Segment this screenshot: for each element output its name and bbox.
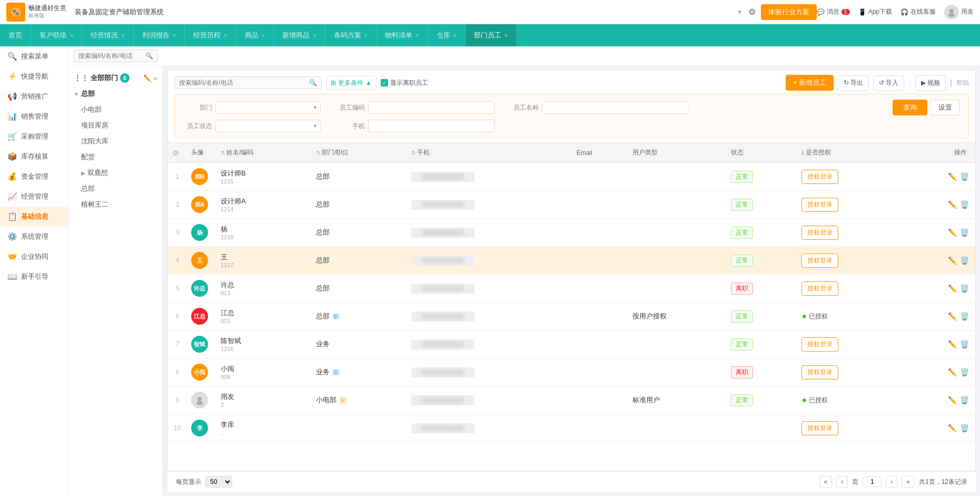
set-button[interactable]: 设置	[930, 100, 960, 115]
tab-history[interactable]: 经营历程 ×	[185, 24, 236, 46]
export-button[interactable]: ↻ 导出	[838, 75, 869, 91]
add-employee-button[interactable]: + 新增员工	[786, 75, 834, 91]
help-text[interactable]: 帮助	[956, 79, 969, 87]
emp-name-input[interactable]	[542, 101, 689, 114]
sidebar-item-quicknav[interactable]: ⚡ 快捷导航	[0, 66, 68, 86]
tab-home[interactable]: 首页	[0, 24, 31, 46]
dept-item-zongbu[interactable]: 总部	[68, 181, 163, 197]
per-page-select[interactable]: 50 20 100	[205, 476, 232, 488]
tab-new-goods[interactable]: 新增商品 ×	[274, 24, 325, 46]
video-button[interactable]: ▶ 视频	[915, 75, 946, 91]
sort-icon-phone[interactable]: ⇅	[411, 150, 415, 155]
dept-search-input[interactable]	[78, 52, 145, 60]
dept-item-shenyang[interactable]: 沈阳大库	[68, 133, 163, 149]
emp-status-select[interactable]	[215, 120, 321, 132]
close-tab-operation[interactable]: ×	[121, 32, 124, 38]
tab-department[interactable]: 部门员工 ×	[466, 24, 517, 46]
experience-button[interactable]: 体验行业方案	[761, 4, 817, 20]
edit-icon[interactable]: ✏️	[948, 340, 957, 348]
phone-input[interactable]	[368, 120, 494, 132]
sort-icon-dept[interactable]: ⇅	[316, 150, 320, 155]
edit-icon[interactable]: ✏️	[948, 172, 957, 181]
edit-icon[interactable]: ✏️	[948, 312, 957, 320]
close-tab-customer[interactable]: ×	[70, 32, 73, 38]
dept-item-xiaodibu[interactable]: 小电部	[68, 102, 163, 118]
sidebar-item-purchase[interactable]: 🛒 采购管理	[0, 127, 68, 147]
help-icon[interactable]: |	[950, 79, 952, 87]
close-tab-goods[interactable]: ×	[262, 32, 265, 38]
more-conditions-btn[interactable]: ⊞ 更多条件 ▲	[326, 76, 377, 90]
authorize-btn[interactable]: 授权登录	[801, 198, 838, 212]
delete-icon[interactable]: 🗑️	[960, 424, 969, 432]
prev-page-btn[interactable]: ‹	[836, 476, 848, 488]
close-tab-profit[interactable]: ×	[173, 32, 176, 38]
delete-icon[interactable]: 🗑️	[960, 284, 969, 293]
delete-icon[interactable]: 🗑️	[960, 368, 969, 376]
tab-customer[interactable]: 客户联络 ×	[31, 24, 82, 46]
tab-warehouse[interactable]: 仓库 ×	[428, 24, 466, 46]
edit-icon[interactable]: ✏️	[948, 200, 957, 209]
sidebar-item-guide[interactable]: 📖 新手引导	[0, 267, 68, 287]
delete-icon[interactable]: 🗑️	[960, 228, 969, 237]
show-resigned-toggle[interactable]: ✓ 显示离职员工	[381, 79, 428, 87]
collapse-dept-icon[interactable]: «	[154, 74, 157, 82]
tab-barcode[interactable]: 条码方案 ×	[325, 24, 377, 46]
edit-icon[interactable]: ✏️	[948, 368, 957, 376]
sidebar-item-system[interactable]: ⚙️ 系统管理	[0, 227, 68, 247]
app-download-button[interactable]: 📱 App下载	[858, 7, 892, 16]
dept-item-delivery[interactable]: 配货	[68, 149, 163, 165]
delete-icon[interactable]: 🗑️	[960, 200, 969, 209]
sidebar-item-basicinfo[interactable]: 📋 基础信息	[0, 207, 68, 227]
authorize-btn[interactable]: 授权登录	[801, 421, 838, 435]
dept-item-project[interactable]: 项目库房	[68, 118, 163, 133]
edit-icon[interactable]: ✏️	[948, 256, 957, 265]
authorize-btn[interactable]: 授权登录	[801, 254, 838, 268]
authorize-btn[interactable]: 授权登录	[801, 281, 838, 296]
employee-search-input[interactable]	[179, 79, 309, 86]
delete-icon[interactable]: 🗑️	[960, 172, 969, 181]
sidebar-item-sales[interactable]: 📊 销售管理	[0, 106, 68, 127]
close-tab-history[interactable]: ×	[224, 32, 227, 38]
last-page-btn[interactable]: »	[902, 476, 915, 488]
close-tab-new-goods[interactable]: ×	[313, 32, 316, 38]
page-number-input[interactable]	[863, 476, 882, 487]
tab-goods[interactable]: 商品 ×	[236, 24, 274, 46]
delete-icon[interactable]: 🗑️	[960, 256, 969, 265]
import-button[interactable]: ↺ 导入	[873, 75, 904, 91]
close-tab-barcode[interactable]: ×	[364, 32, 368, 38]
close-tab-bom[interactable]: ×	[415, 32, 419, 38]
sort-icon-name[interactable]: ⇅	[221, 150, 225, 155]
edit-icon[interactable]: ✏️	[948, 424, 957, 432]
sidebar-item-marketing[interactable]: 📢 营销推广	[0, 86, 68, 106]
settings-icon[interactable]: ⚙	[748, 7, 756, 17]
emp-code-input[interactable]	[368, 101, 494, 114]
sidebar-item-business[interactable]: 📈 经营管理	[0, 187, 68, 207]
sidebar-item-inventory[interactable]: 📦 库存核算	[0, 147, 68, 167]
user-area[interactable]: 用友	[944, 5, 974, 20]
close-tab-warehouse[interactable]: ×	[453, 32, 457, 38]
tab-profit[interactable]: 利润报告 ×	[134, 24, 185, 46]
edit-icon[interactable]: ✏️	[948, 396, 957, 404]
edit-dept-icon[interactable]: ✏️	[143, 74, 152, 82]
delete-icon[interactable]: 🗑️	[960, 340, 969, 348]
tab-bom[interactable]: 物料清单 ×	[377, 24, 428, 46]
online-service-button[interactable]: 🎧 在线客服	[900, 7, 936, 16]
delete-icon[interactable]: 🗑️	[960, 312, 969, 320]
delete-icon[interactable]: 🗑️	[960, 396, 969, 404]
first-page-btn[interactable]: «	[819, 476, 833, 488]
authorize-btn[interactable]: 授权登录	[801, 337, 838, 352]
edit-icon[interactable]: ✏️	[948, 228, 957, 237]
dept-select[interactable]	[215, 101, 321, 114]
sidebar-item-collab[interactable]: 🤝 企业协同	[0, 247, 68, 267]
message-button[interactable]: 💬 消息 5	[817, 7, 850, 16]
sidebar-item-search[interactable]: 🔍 搜索菜单	[0, 46, 68, 66]
dept-item-root[interactable]: ▼ 总部	[68, 86, 163, 102]
authorize-btn[interactable]: 授权登录	[801, 170, 838, 184]
dept-item-shuanglu[interactable]: ▶ 双鹿想	[68, 165, 163, 181]
authorize-btn[interactable]: 授权登录	[801, 365, 838, 380]
sidebar-item-finance[interactable]: 💰 资金管理	[0, 167, 68, 187]
next-page-btn[interactable]: ›	[886, 476, 897, 488]
dept-item-zhishu[interactable]: 植树王二	[68, 197, 163, 212]
close-tab-department[interactable]: ×	[504, 32, 508, 38]
query-button[interactable]: 查询	[893, 100, 927, 115]
